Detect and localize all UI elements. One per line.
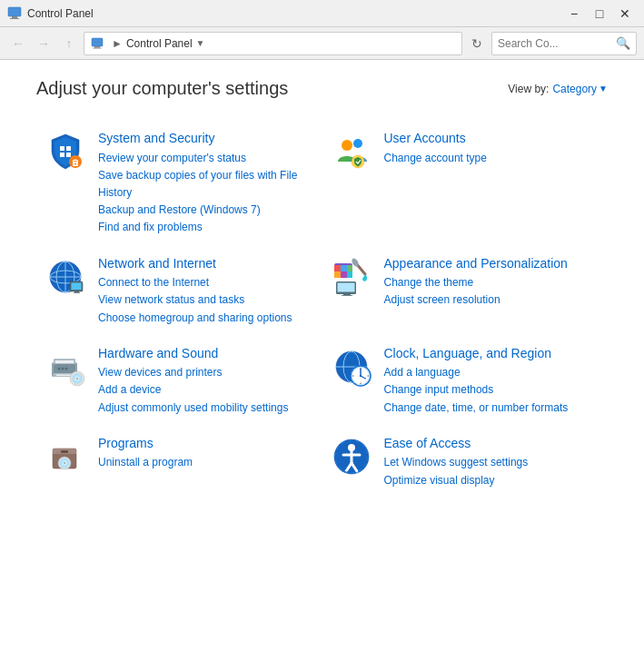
category-system[interactable]: System and Security Review your computer…	[36, 121, 322, 246]
category-hardware-links: View devices and printers Add a device A…	[98, 364, 315, 417]
view-by-select[interactable]: Category ▼	[552, 83, 608, 95]
category-system-link-3[interactable]: Find and fix problems	[98, 219, 315, 236]
category-appearance-text: Appearance and Personalization Change th…	[384, 255, 601, 310]
svg-point-50	[62, 367, 64, 370]
category-clock-link-0[interactable]: Add a language	[384, 364, 601, 381]
category-network-title[interactable]: Network and Internet	[98, 255, 315, 273]
category-programs-icon	[44, 435, 87, 478]
category-hardware[interactable]: Hardware and Sound View devices and prin…	[36, 336, 322, 426]
svg-rect-24	[74, 292, 80, 293]
refresh-button[interactable]: ↻	[466, 33, 488, 54]
category-system-links: Review your computer's status Save backu…	[98, 150, 315, 237]
breadcrumb-dropdown-button[interactable]: ▼	[196, 38, 205, 48]
maximize-button[interactable]: □	[588, 2, 611, 25]
category-network-link-1[interactable]: View network status and tasks	[98, 291, 315, 309]
category-programs-title[interactable]: Programs	[98, 435, 315, 453]
svg-rect-44	[56, 374, 73, 376]
svg-rect-0	[8, 7, 21, 16]
category-system-link-1[interactable]: Save backup copies of your files with Fi…	[98, 167, 315, 202]
category-user-accounts-title[interactable]: User Accounts	[384, 130, 601, 148]
svg-rect-23	[74, 291, 79, 292]
category-appearance-title[interactable]: Appearance and Personalization	[384, 255, 601, 273]
search-bar: 🔍	[491, 32, 637, 55]
category-clock-title[interactable]: Clock, Language, and Region	[384, 345, 601, 363]
svg-rect-38	[342, 295, 352, 296]
search-icon[interactable]: 🔍	[616, 36, 630, 50]
category-appearance-icon	[330, 255, 373, 299]
svg-rect-4	[94, 46, 100, 48]
category-network-text: Network and Internet Connect to the Inte…	[98, 255, 315, 327]
category-appearance[interactable]: Appearance and Personalization Change th…	[322, 246, 609, 336]
category-clock-link-1[interactable]: Change input methods	[384, 381, 601, 399]
search-input[interactable]	[498, 37, 616, 50]
back-button[interactable]: ←	[7, 33, 29, 54]
svg-rect-67	[61, 450, 68, 453]
breadcrumb-icon	[90, 36, 104, 51]
svg-rect-2	[10, 18, 19, 19]
svg-rect-27	[334, 265, 341, 271]
category-ease-title[interactable]: Ease of Access	[384, 435, 601, 453]
view-by: View by: Category ▼	[508, 83, 608, 95]
category-system-icon	[44, 130, 87, 173]
category-user-accounts-link-0[interactable]: Change account type	[384, 150, 601, 167]
forward-button[interactable]: →	[33, 33, 54, 54]
category-network[interactable]: Network and Internet Connect to the Inte…	[36, 246, 322, 336]
svg-rect-37	[343, 294, 351, 295]
category-appearance-link-0[interactable]: Change the theme	[384, 274, 601, 291]
category-clock[interactable]: Clock, Language, and Region Add a langua…	[322, 336, 609, 426]
page-title: Adjust your computer's settings	[36, 78, 288, 99]
category-ease-link-0[interactable]: Let Windows suggest settings	[384, 454, 601, 471]
category-hardware-title[interactable]: Hardware and Sound	[98, 345, 315, 363]
category-user-accounts[interactable]: User Accounts Change account type	[322, 121, 609, 246]
category-appearance-links: Change the theme Adjust screen resolutio…	[384, 274, 601, 309]
category-hardware-link-1[interactable]: Add a device	[98, 381, 315, 399]
svg-rect-7	[66, 146, 71, 151]
svg-rect-29	[347, 265, 352, 271]
category-hardware-link-2[interactable]: Adjust commonly used mobility settings	[98, 400, 315, 417]
nav-bar: ← → ↑ ► Control Panel ▼ ↻ 🔍	[0, 27, 644, 60]
svg-rect-22	[72, 282, 82, 290]
svg-rect-30	[334, 271, 341, 278]
svg-point-13	[342, 140, 352, 151]
svg-rect-1	[12, 16, 17, 18]
category-ease-text: Ease of Access Let Windows suggest setti…	[384, 435, 601, 489]
category-programs-link-0[interactable]: Uninstall a program	[98, 454, 315, 471]
svg-point-71	[64, 462, 65, 464]
category-system-link-2[interactable]: Backup and Restore (Windows 7)	[98, 202, 315, 219]
svg-rect-36	[337, 282, 354, 291]
category-network-link-0[interactable]: Connect to the Internet	[98, 274, 315, 291]
category-clock-link-2[interactable]: Change date, time, or number formats	[384, 400, 601, 417]
category-clock-icon	[330, 345, 373, 389]
view-by-label: View by:	[508, 83, 549, 95]
svg-rect-6	[60, 146, 64, 151]
view-by-value: Category	[552, 83, 597, 95]
category-ease-link-1[interactable]: Optimize visual display	[384, 472, 601, 489]
svg-point-48	[76, 378, 78, 380]
main-content: Adjust your computer's settings View by:…	[0, 60, 644, 661]
category-network-links: Connect to the Internet View network sta…	[98, 274, 315, 327]
category-network-link-2[interactable]: Choose homegroup and sharing options	[98, 310, 315, 327]
categories-grid: System and Security Review your computer…	[36, 121, 608, 498]
category-clock-links: Add a language Change input methods Chan…	[384, 364, 601, 417]
up-button[interactable]: ↑	[58, 33, 80, 54]
svg-rect-5	[94, 47, 102, 48]
category-programs-text: Programs Uninstall a program	[98, 435, 315, 472]
category-ease[interactable]: Ease of Access Let Windows suggest setti…	[322, 426, 609, 498]
category-network-icon	[44, 255, 87, 299]
category-programs-links: Uninstall a program	[98, 454, 315, 471]
category-system-link-0[interactable]: Review your computer's status	[98, 150, 315, 167]
svg-point-49	[58, 367, 61, 370]
svg-point-59	[359, 374, 361, 376]
category-hardware-link-0[interactable]: View devices and printers	[98, 364, 315, 381]
category-user-accounts-text: User Accounts Change account type	[384, 130, 601, 167]
svg-point-14	[353, 139, 362, 148]
category-system-text: System and Security Review your computer…	[98, 130, 315, 237]
category-programs[interactable]: Programs Uninstall a program	[36, 426, 322, 498]
category-appearance-link-1[interactable]: Adjust screen resolution	[384, 291, 601, 309]
minimize-button[interactable]: −	[562, 2, 586, 25]
svg-rect-31	[341, 271, 347, 278]
category-system-title[interactable]: System and Security	[98, 130, 315, 148]
close-button[interactable]: ✕	[613, 2, 637, 25]
svg-rect-32	[347, 271, 352, 278]
category-clock-text: Clock, Language, and Region Add a langua…	[384, 345, 601, 417]
